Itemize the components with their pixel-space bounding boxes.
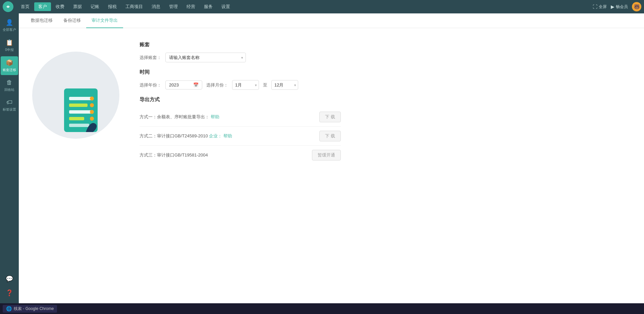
export-label-3: 方式三：审计接口GB/T19581-2004 bbox=[140, 152, 312, 158]
nav-customer[interactable]: 客户 bbox=[34, 2, 51, 11]
tag-icon: 🏷 bbox=[6, 99, 12, 106]
download-btn-2[interactable]: 下 载 bbox=[319, 131, 341, 141]
download-btn-1[interactable]: 下 载 bbox=[319, 112, 341, 122]
month-start-wrapper: 1月 2月 3月 4月 5月 6月 7月 8月 9月 10月 11月 12月 bbox=[232, 80, 259, 90]
month-end-wrapper: 1月 2月 3月 4月 5月 6月 7月 8月 9月 10月 11月 12月 bbox=[271, 80, 298, 90]
sidebar-item-recycle[interactable]: 🗑 回收站 bbox=[1, 76, 18, 95]
time-row: 选择年份： 2023 📅 选择月份： 1月 2月 3月 4月 5月 6 bbox=[140, 80, 341, 90]
nav-bookkeeping[interactable]: 记账 bbox=[87, 2, 103, 11]
export-label-2: 方式二：审计接口GB/T24589-2010 企业： 帮助 bbox=[140, 133, 319, 139]
svg-rect-4 bbox=[69, 110, 91, 114]
app-logo bbox=[3, 1, 13, 12]
tab-data-migration[interactable]: 数据包迁移 bbox=[25, 13, 58, 28]
export-section-title: 导出方式 bbox=[140, 97, 341, 103]
svg-point-9 bbox=[90, 110, 94, 114]
sidebar-label-migration: 账套迁移 bbox=[3, 68, 16, 72]
month-label: 选择月份： bbox=[206, 82, 228, 88]
tabs-bar: 数据包迁移 备份迁移 审计文件导出 bbox=[19, 13, 644, 28]
sidebar-item-help[interactable]: ❓ bbox=[1, 287, 18, 299]
top-nav: 首页 客户 收费 票据 记账 报税 工商项目 消息 管理 经营 服务 设置 ⛶ … bbox=[0, 0, 644, 13]
form-area: 账套 选择账套： 请输入账套名称 时间 选择年份： 2023 📅 bbox=[140, 38, 341, 293]
export-label-3-text: 方式三：审计接口GB/T19581-2004 bbox=[140, 152, 208, 158]
nav-manage[interactable]: 管理 bbox=[165, 2, 182, 11]
top-nav-right: ⛶ 全屏 ▶ 畅会员 🐻 bbox=[593, 2, 641, 11]
taskbar: 🌐 线索 - Google Chrome bbox=[0, 303, 644, 314]
main-layout: 👤 全部客户 📋 0申报 📦 账套迁移 🗑 回收站 🏷 标签设置 💬 ❓ bbox=[0, 13, 644, 303]
avatar[interactable]: 🐻 bbox=[632, 2, 641, 11]
account-select[interactable]: 请输入账套名称 bbox=[165, 53, 246, 62]
nav-operation[interactable]: 经营 bbox=[182, 2, 199, 11]
help-icon: ❓ bbox=[6, 289, 13, 297]
account-row: 选择账套： 请输入账套名称 bbox=[140, 53, 341, 62]
sidebar-label-recycle: 回收站 bbox=[4, 87, 14, 92]
svg-rect-3 bbox=[69, 104, 88, 107]
svg-point-10 bbox=[90, 117, 94, 121]
svg-rect-2 bbox=[69, 97, 93, 100]
sidebar-bottom: 💬 ❓ bbox=[1, 272, 18, 303]
sidebar-label-tag-settings: 标签设置 bbox=[3, 107, 16, 112]
time-section-title: 时间 bbox=[140, 69, 341, 75]
nav-tax[interactable]: 报税 bbox=[104, 2, 121, 11]
export-method-2: 方式二：审计接口GB/T24589-2010 企业： 帮助 下 载 bbox=[140, 127, 341, 146]
svg-rect-6 bbox=[69, 124, 89, 127]
month-start-select[interactable]: 1月 2月 3月 4月 5月 6月 7月 8月 9月 10月 11月 12月 bbox=[232, 80, 259, 90]
customers-icon: 👤 bbox=[6, 19, 13, 26]
year-label: 选择年份： bbox=[140, 82, 161, 88]
nav-settings[interactable]: 设置 bbox=[217, 2, 234, 11]
account-select-wrapper: 请输入账套名称 bbox=[165, 53, 246, 62]
taskbar-chrome[interactable]: 🌐 线索 - Google Chrome bbox=[3, 305, 57, 313]
fullscreen-label: 全屏 bbox=[599, 4, 607, 10]
svg-point-8 bbox=[90, 103, 94, 107]
export-label-2-text: 方式二：审计接口GB/T24589-2010 bbox=[140, 133, 208, 138]
sidebar-item-chat[interactable]: 💬 bbox=[1, 272, 18, 285]
zero-report-icon: 📋 bbox=[6, 39, 13, 46]
sidebar-item-zero-report[interactable]: 📋 0申报 bbox=[1, 36, 18, 55]
calendar-icon: 📅 bbox=[193, 82, 199, 87]
nav-biz[interactable]: 工商项目 bbox=[121, 2, 147, 11]
tab-backup-migration[interactable]: 备份迁移 bbox=[58, 13, 86, 28]
enterprise-label: 企业： bbox=[209, 133, 222, 138]
export-label-1-text: 方式一：余额表、序时账批量导出： bbox=[140, 114, 209, 119]
content-area: 数据包迁移 备份迁移 审计文件导出 bbox=[19, 13, 644, 303]
nav-service[interactable]: 服务 bbox=[200, 2, 217, 11]
member-icon: ▶ bbox=[611, 4, 614, 9]
year-value: 2023 bbox=[169, 82, 179, 87]
month-end-select[interactable]: 1月 2月 3月 4月 5月 6月 7月 8月 9月 10月 11月 12月 bbox=[271, 80, 298, 90]
account-section-title: 账套 bbox=[140, 42, 341, 48]
illustration bbox=[32, 52, 119, 139]
taskbar-label: 线索 - Google Chrome bbox=[14, 306, 54, 312]
sidebar-item-all-customers[interactable]: 👤 全部客户 bbox=[1, 16, 18, 35]
tab-audit-export[interactable]: 审计文件导出 bbox=[86, 13, 123, 28]
chrome-icon: 🌐 bbox=[6, 306, 12, 311]
export-help-link-1[interactable]: 帮助 bbox=[211, 114, 219, 119]
member-label: 畅会员 bbox=[616, 4, 628, 10]
migration-icon: 📦 bbox=[6, 59, 13, 66]
page-content: 账套 选择账套： 请输入账套名称 时间 选择年份： 2023 📅 bbox=[19, 28, 644, 303]
recycle-icon: 🗑 bbox=[6, 79, 12, 86]
open-btn-3[interactable]: 暂缓开通 bbox=[312, 150, 341, 161]
svg-rect-5 bbox=[69, 117, 84, 120]
export-method-1: 方式一：余额表、序时账批量导出： 帮助 下 载 bbox=[140, 108, 341, 127]
member-btn[interactable]: ▶ 畅会员 bbox=[611, 4, 628, 10]
fullscreen-icon: ⛶ bbox=[593, 4, 597, 9]
to-text: 至 bbox=[263, 82, 267, 88]
account-label: 选择账套： bbox=[140, 55, 161, 61]
nav-menu: 首页 客户 收费 票据 记账 报税 工商项目 消息 管理 经营 服务 设置 bbox=[17, 2, 593, 11]
sidebar-item-migration[interactable]: 📦 账套迁移 bbox=[1, 56, 18, 75]
illustration-area bbox=[32, 38, 119, 293]
sidebar-item-tag-settings[interactable]: 🏷 标签设置 bbox=[1, 96, 18, 115]
svg-point-7 bbox=[90, 97, 94, 101]
export-label-1: 方式一：余额表、序时账批量导出： 帮助 bbox=[140, 114, 319, 120]
fullscreen-btn[interactable]: ⛶ 全屏 bbox=[593, 4, 607, 10]
sidebar-label-zero-report: 0申报 bbox=[5, 48, 14, 52]
year-input-wrapper[interactable]: 2023 📅 bbox=[165, 80, 202, 89]
nav-invoice[interactable]: 票据 bbox=[69, 2, 86, 11]
export-method-3: 方式三：审计接口GB/T19581-2004 暂缓开通 bbox=[140, 146, 341, 165]
sidebar-label-all-customers: 全部客户 bbox=[3, 27, 16, 32]
sidebar: 👤 全部客户 📋 0申报 📦 账套迁移 🗑 回收站 🏷 标签设置 💬 ❓ bbox=[0, 13, 19, 303]
nav-fee[interactable]: 收费 bbox=[52, 2, 68, 11]
chat-icon: 💬 bbox=[6, 275, 13, 282]
nav-msg[interactable]: 消息 bbox=[148, 2, 164, 11]
nav-home[interactable]: 首页 bbox=[17, 2, 34, 11]
export-help-link-2[interactable]: 帮助 bbox=[223, 133, 232, 138]
